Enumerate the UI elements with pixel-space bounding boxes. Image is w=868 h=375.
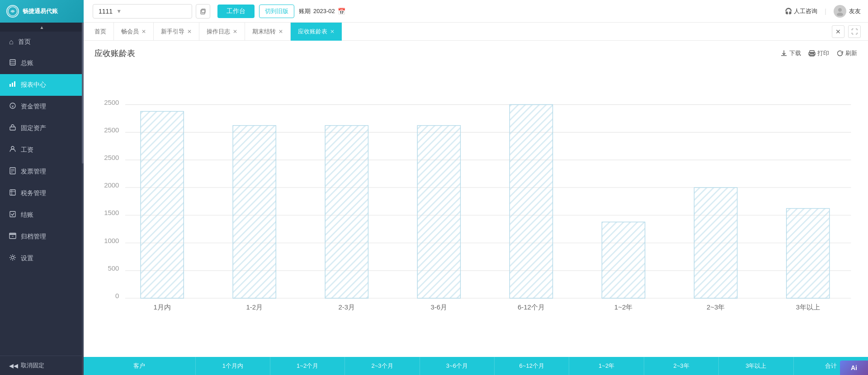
sidebar-item-assets[interactable]: 固定资产 bbox=[0, 117, 84, 139]
col-2-3year: 2~3年 bbox=[644, 357, 719, 375]
download-label: 下载 bbox=[789, 49, 801, 57]
sidebar-item-ledger[interactable]: 总账 bbox=[0, 52, 84, 74]
tab-close-icon[interactable]: ✕ bbox=[233, 28, 237, 35]
bar-1-2year bbox=[602, 222, 645, 298]
page-content: 应收账龄表 下载 bbox=[84, 41, 868, 375]
bar-2-3year bbox=[694, 188, 737, 298]
print-icon bbox=[808, 50, 816, 57]
svg-text:2000: 2000 bbox=[104, 181, 119, 189]
print-button[interactable]: 打印 bbox=[808, 49, 829, 57]
ai-badge[interactable]: Ai bbox=[840, 361, 868, 375]
consult-button[interactable]: 🎧 人工咨询 bbox=[785, 7, 817, 15]
chevron-down-icon: ▼ bbox=[116, 8, 122, 14]
company-selector[interactable]: 1111 ▼ bbox=[93, 4, 192, 19]
headset-icon: 🎧 bbox=[785, 8, 792, 14]
tab-close-icon[interactable]: ✕ bbox=[278, 28, 283, 35]
download-icon bbox=[780, 50, 788, 57]
bar-1-2month bbox=[233, 126, 276, 298]
bar-6-12month bbox=[509, 105, 552, 299]
svg-text:2~3年: 2~3年 bbox=[707, 303, 725, 311]
logo-icon bbox=[6, 5, 19, 18]
calendar-icon[interactable]: 📅 bbox=[338, 8, 345, 15]
tab-period-end[interactable]: 期末结转 ✕ bbox=[245, 23, 291, 41]
refresh-icon bbox=[836, 50, 844, 57]
tab-close-icon[interactable]: ✕ bbox=[330, 28, 335, 35]
svg-text:2500: 2500 bbox=[104, 98, 119, 106]
sidebar-item-payroll[interactable]: 工资 bbox=[0, 139, 84, 161]
refresh-label: 刷新 bbox=[845, 49, 857, 57]
svg-rect-8 bbox=[9, 84, 11, 87]
col-2-3month: 2~3个月 bbox=[345, 357, 420, 375]
sidebar-item-funds[interactable]: ¥ 资金管理 bbox=[0, 96, 84, 117]
bar-3-6month bbox=[417, 126, 460, 298]
svg-rect-5 bbox=[10, 60, 15, 65]
tab-close-icon[interactable]: ✕ bbox=[187, 28, 192, 35]
unpin-label: 取消固定 bbox=[21, 361, 44, 370]
svg-text:2500: 2500 bbox=[104, 154, 119, 161]
logo-area: 畅捷通易代账 bbox=[0, 0, 84, 23]
aging-chart: 0 500 1000 1500 2000 2500 2500 2500 bbox=[94, 62, 857, 350]
funds-icon: ¥ bbox=[9, 102, 16, 111]
svg-text:6-12个月: 6-12个月 bbox=[518, 303, 545, 311]
download-button[interactable]: 下载 bbox=[780, 49, 801, 57]
page-actions: 下载 打印 bbox=[780, 49, 857, 57]
svg-point-14 bbox=[11, 146, 14, 149]
sidebar-scroll-up[interactable]: ▲ bbox=[0, 23, 84, 32]
svg-text:2500: 2500 bbox=[104, 126, 119, 134]
svg-text:1月内: 1月内 bbox=[153, 303, 170, 311]
page-header: 应收账龄表 下载 bbox=[84, 41, 868, 62]
avatar bbox=[834, 5, 846, 18]
svg-text:500: 500 bbox=[108, 264, 119, 272]
tab-home[interactable]: 首页 bbox=[87, 23, 114, 41]
tab-member[interactable]: 畅会员 ✕ bbox=[114, 23, 154, 41]
unpin-icon: ◀◀ bbox=[9, 362, 18, 369]
sidebar-item-archive[interactable]: 归档管理 bbox=[0, 226, 84, 248]
sidebar-item-home[interactable]: ⌂ 首页 bbox=[0, 32, 84, 52]
archive-icon bbox=[9, 232, 16, 241]
tab-guide[interactable]: 新手引导 ✕ bbox=[154, 23, 199, 41]
checkout-icon bbox=[9, 211, 16, 220]
user-menu[interactable]: 友友 bbox=[834, 5, 861, 18]
refresh-button[interactable]: 刷新 bbox=[836, 49, 857, 57]
period-value: 2023-02 bbox=[313, 8, 335, 14]
svg-text:1500: 1500 bbox=[104, 209, 119, 216]
tab-aging[interactable]: 应收账龄表 ✕ bbox=[291, 23, 342, 41]
col-3-6month: 3~6个月 bbox=[420, 357, 495, 375]
content-area: 首页 畅会员 ✕ 新手引导 ✕ 操作日志 ✕ 期末结转 ✕ 应收账龄表 ✕ bbox=[84, 23, 868, 375]
ledger-icon bbox=[9, 59, 16, 68]
copy-button[interactable] bbox=[196, 4, 210, 19]
maximize-button[interactable]: ⛶ bbox=[848, 25, 861, 38]
bar-2-3month bbox=[325, 126, 368, 298]
tab-log[interactable]: 操作日志 ✕ bbox=[199, 23, 245, 41]
switch-version-button[interactable]: 切到旧版 bbox=[259, 5, 294, 18]
invoice-icon bbox=[9, 167, 16, 176]
svg-rect-10 bbox=[14, 81, 15, 87]
sidebar-item-settings[interactable]: 设置 bbox=[0, 248, 84, 269]
sidebar-item-invoice[interactable]: 发票管理 bbox=[0, 161, 84, 183]
svg-text:1000: 1000 bbox=[104, 237, 119, 244]
svg-point-4 bbox=[837, 13, 843, 16]
logo-text: 畅捷通易代账 bbox=[23, 7, 58, 15]
svg-point-3 bbox=[838, 8, 842, 12]
sidebar-item-reports[interactable]: 报表中心 bbox=[0, 74, 84, 96]
tab-close-icon[interactable]: ✕ bbox=[142, 28, 146, 35]
svg-rect-13 bbox=[10, 127, 15, 130]
assets-icon bbox=[9, 124, 16, 133]
svg-text:0: 0 bbox=[115, 292, 119, 300]
bar-3year-plus bbox=[787, 208, 830, 298]
col-1month: 1个月内 bbox=[196, 357, 270, 375]
close-window-button[interactable]: ✕ bbox=[832, 25, 844, 38]
header-right: 🎧 人工咨询 | 友友 bbox=[785, 5, 861, 18]
app-header: 畅捷通易代账 1111 ▼ 工作台 切到旧版 账期 2023-02 📅 🎧 人工… bbox=[0, 0, 868, 23]
home-icon: ⌂ bbox=[9, 38, 14, 46]
svg-text:2-3月: 2-3月 bbox=[338, 303, 355, 311]
sidebar-item-checkout[interactable]: 结账 bbox=[0, 204, 84, 226]
bar-1-month bbox=[141, 111, 184, 298]
sidebar-item-tax[interactable]: 税务管理 bbox=[0, 183, 84, 204]
workbench-button[interactable]: 工作台 bbox=[217, 5, 255, 18]
username: 友友 bbox=[849, 7, 861, 15]
sidebar: ▲ ⌂ 首页 总账 bbox=[0, 23, 84, 375]
company-name: 1111 bbox=[99, 8, 113, 15]
sidebar-pin-toggle[interactable]: ◀◀ 取消固定 bbox=[0, 356, 84, 375]
col-customer: 客户 bbox=[84, 357, 196, 375]
